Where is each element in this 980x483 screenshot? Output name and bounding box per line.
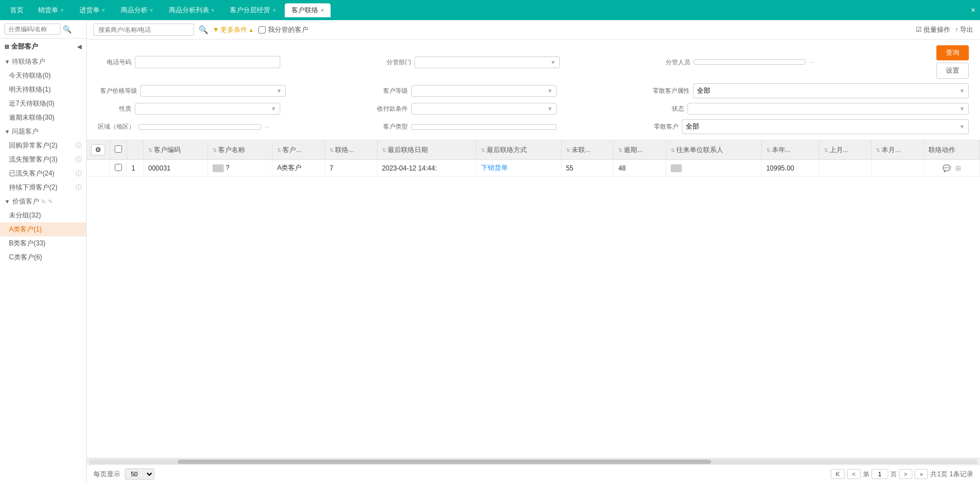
- sidebar-item-tomorrow-pending[interactable]: 明天待联络(1): [0, 83, 86, 97]
- close-contact-icon[interactable]: ×: [321, 7, 324, 13]
- value-customers-group: ▼ 价值客户 ↻ ✎: [0, 195, 86, 209]
- select-all-checkbox[interactable]: [115, 145, 122, 153]
- row-contact-cell: 7: [325, 160, 378, 177]
- price-level-select[interactable]: ▼: [140, 85, 286, 97]
- refresh-icon[interactable]: ↻: [41, 198, 46, 205]
- col-this-month[interactable]: ⇅本月...: [871, 140, 924, 160]
- sidebar: 🔍 ⊞ 全部客户 ◀ ▼ 待联络客户 今天待联络(0) 明天待联络(1) 近7天…: [0, 20, 87, 483]
- retail-customer-field: 零散客户 全部▼: [651, 119, 969, 134]
- col-last-contact-method[interactable]: ⇅最后联络方式: [476, 140, 561, 160]
- global-close-icon[interactable]: ×: [971, 6, 976, 15]
- horizontal-scrollbar[interactable]: [87, 458, 980, 465]
- last-contact-method-link[interactable]: 下销货单: [481, 164, 508, 172]
- nature-select[interactable]: ▼: [135, 103, 280, 115]
- advanced-filter-panel: 电话号码 分管部门 ▼ 分管人员 ··· 查询: [87, 40, 980, 140]
- sidebar-item-c-class[interactable]: C类客户(6): [0, 250, 86, 264]
- close-product-analysis-icon[interactable]: ×: [150, 7, 153, 13]
- col-type[interactable]: ⇅客户...: [272, 140, 325, 160]
- main-search-icon[interactable]: 🔍: [199, 25, 208, 34]
- pagination-controls: K < 第 页 > » 共1页 1条记录: [831, 469, 973, 479]
- customer-level-select[interactable]: ▼: [411, 85, 557, 97]
- phone-input[interactable]: [135, 56, 280, 68]
- sidebar-item-continuous-down[interactable]: 持续下滑客户(2) ⓘ: [0, 181, 86, 195]
- total-records-label: 共1页 1条记录: [930, 470, 973, 479]
- main-search-input[interactable]: [93, 23, 194, 36]
- sidebar-item-today-pending[interactable]: 今天待联络(0): [0, 69, 86, 83]
- filter-row-4: 区域（地区） ··· 客户类型 零散客户 全部▼: [98, 119, 969, 134]
- payment-select[interactable]: ▼: [411, 103, 557, 115]
- settings-button[interactable]: 设置: [936, 63, 969, 79]
- col-overdue[interactable]: ⇅逾期...: [614, 140, 666, 160]
- export-button[interactable]: ↑ 导出: [955, 25, 973, 35]
- page-number-input[interactable]: [871, 469, 888, 479]
- col-last-contact-date[interactable]: ⇅最后联络日期: [377, 140, 476, 160]
- retail-attr-select[interactable]: 全部▼: [693, 83, 969, 98]
- close-sales-order-icon[interactable]: ×: [60, 7, 64, 13]
- sidebar-item-lost-predicted[interactable]: 流失预警客户(3) ⓘ: [0, 153, 86, 167]
- customer-type-select[interactable]: [411, 124, 557, 130]
- col-code[interactable]: ⇅客户编码: [144, 140, 208, 160]
- tab-product-analysis[interactable]: 商品分析 ×: [114, 3, 160, 17]
- my-customers-checkbox[interactable]: 我分管的客户: [258, 25, 308, 35]
- last-page-button[interactable]: »: [915, 469, 928, 479]
- region-more-icon[interactable]: ···: [265, 124, 270, 130]
- col-this-year[interactable]: ⇅本年...: [761, 140, 819, 160]
- sidebar-item-a-class[interactable]: A类客户(1): [0, 222, 86, 236]
- sidebar-item-week-pending[interactable]: 近7天待联络(0): [0, 97, 86, 111]
- first-page-button[interactable]: K: [831, 469, 845, 479]
- grid-action-icon[interactable]: ⊞: [955, 164, 961, 172]
- content-area: 🔍 ▼ 更多条件 ▲ 我分管的客户 ☑ 批量操作 ↑ 导出: [87, 20, 980, 483]
- dept-select[interactable]: ▼: [414, 56, 560, 68]
- region-select[interactable]: [138, 124, 261, 130]
- row-overdue-cell: 48: [614, 160, 666, 177]
- my-customers-check-input[interactable]: [258, 26, 266, 34]
- person-select[interactable]: [694, 59, 805, 65]
- col-action: 联络动作: [924, 140, 980, 160]
- col-no-contact[interactable]: ⇅未联...: [561, 140, 614, 160]
- tab-customer-contact[interactable]: 客户联络 ×: [285, 3, 331, 17]
- close-purchase-order-icon[interactable]: ×: [102, 7, 105, 13]
- sidebar-search-input[interactable]: [4, 23, 60, 35]
- search-button[interactable]: 查询: [936, 45, 969, 60]
- chat-action-icon[interactable]: 💬: [943, 164, 951, 172]
- info-icon: ⓘ: [76, 141, 82, 150]
- row-checkbox[interactable]: [115, 164, 122, 171]
- close-segmentation-icon[interactable]: ×: [272, 7, 276, 13]
- customer-type-field: 客户类型: [374, 122, 639, 131]
- sidebar-item-repeat-abnormal[interactable]: 回购异常客户(2) ⓘ: [0, 139, 86, 153]
- next-page-button[interactable]: >: [899, 469, 912, 479]
- status-select[interactable]: ▼: [687, 103, 969, 115]
- edit-icon[interactable]: ✎: [48, 198, 53, 205]
- col-contact[interactable]: ⇅联络...: [325, 140, 378, 160]
- col-unit-contact[interactable]: ⇅往来单位联系人: [666, 140, 762, 160]
- col-name[interactable]: ⇅客户名称: [208, 140, 272, 160]
- sidebar-item-already-lost[interactable]: 已流失客户(24) ⓘ: [0, 167, 86, 181]
- customer-table: ⚙ ⇅客户编码 ⇅客户名称 ⇅客户... ⇅联络... ⇅最后联络日期 ⇅最后联…: [87, 140, 980, 177]
- sidebar-item-no-group[interactable]: 未分组(32): [0, 209, 86, 222]
- tab-purchase-order[interactable]: 进货单 ×: [73, 3, 112, 17]
- prev-page-button[interactable]: <: [847, 469, 860, 479]
- sidebar-search-icon[interactable]: 🔍: [63, 25, 72, 34]
- table-settings-button[interactable]: ⚙: [91, 144, 105, 155]
- all-customers-header[interactable]: ⊞ 全部客户 ◀: [0, 39, 86, 55]
- tab-customer-segmentation[interactable]: 客户分层经营 ×: [223, 3, 282, 17]
- sidebar-item-b-class[interactable]: B类客户(33): [0, 236, 86, 250]
- dept-field: 分管部门 ▼: [378, 56, 646, 68]
- customer-level-label: 客户等级: [374, 87, 408, 95]
- person-field: 分管人员 ···: [657, 58, 925, 67]
- batch-operation-button[interactable]: ☑ 批量操作: [916, 25, 950, 35]
- filter-row-1: 电话号码 分管部门 ▼ 分管人员 ··· 查询: [98, 45, 969, 79]
- col-last-month[interactable]: ⇅上月...: [819, 140, 871, 160]
- person-more-icon[interactable]: ···: [809, 59, 814, 65]
- sidebar-item-overdue-pending[interactable]: 逾期未联络(30): [0, 111, 86, 125]
- close-product-list-icon[interactable]: ×: [211, 7, 215, 13]
- more-conditions-button[interactable]: ▼ 更多条件 ▲: [213, 25, 254, 35]
- status-field: 状态 ▼: [651, 103, 969, 115]
- home-tab[interactable]: 首页: [4, 3, 29, 17]
- customer-type-label: 客户类型: [374, 122, 408, 131]
- tab-sales-order[interactable]: 销货单 ×: [31, 3, 70, 17]
- page-size-select[interactable]: 50 100 200: [125, 468, 154, 480]
- collapse-icon[interactable]: ◀: [77, 44, 82, 50]
- tab-product-analysis-list[interactable]: 商品分析列表 ×: [162, 3, 222, 17]
- retail-customer-select[interactable]: 全部▼: [682, 119, 969, 134]
